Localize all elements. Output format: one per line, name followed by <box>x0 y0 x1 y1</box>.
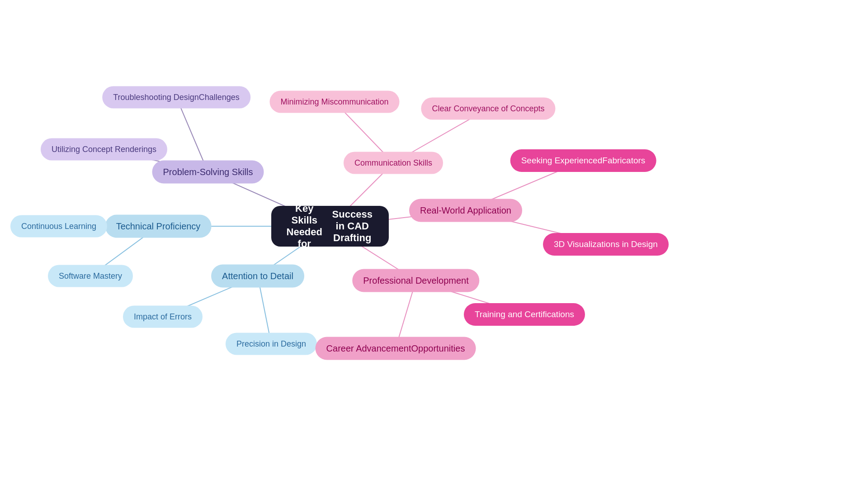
connections-svg <box>0 0 868 490</box>
node-clearConveyance: Clear Conveyance of Concepts <box>421 98 555 120</box>
node-communicationSkills: Communication Skills <box>344 152 443 174</box>
node-utilizingConcept: Utilizing Concept Renderings <box>41 138 167 161</box>
node-minimizingMiscomm: Minimizing Miscommunication <box>269 91 399 113</box>
node-problemSolving: Problem-Solving Skills <box>152 161 264 184</box>
node-precisionInDesign: Precision in Design <box>226 333 317 355</box>
node-technicalProficiency: Technical Proficiency <box>105 215 212 238</box>
node-attentionToDetail: Attention to Detail <box>211 265 304 288</box>
node-impactOfErrors: Impact of Errors <box>123 306 203 328</box>
node-troubleshooting: Troubleshooting DesignChallenges <box>102 86 250 109</box>
node-seekingFabricators: Seeking ExperiencedFabricators <box>510 149 656 172</box>
mind-map-container: Key Skills Needed forSuccess in CAD Draf… <box>0 0 868 490</box>
node-continuousLearning: Continuous Learning <box>10 215 107 238</box>
node-softwareMastery: Software Mastery <box>48 265 133 287</box>
node-careerAdvancement: Career AdvancementOpportunities <box>316 337 476 360</box>
node-realWorldApp: Real-World Application <box>409 199 522 222</box>
node-threeDVisualizations: 3D Visualizations in Design <box>543 233 669 256</box>
node-professionalDev: Professional Development <box>352 269 479 292</box>
node-trainingCerts: Training and Certifications <box>464 303 585 326</box>
node-center: Key Skills Needed forSuccess in CAD Draf… <box>271 206 389 247</box>
